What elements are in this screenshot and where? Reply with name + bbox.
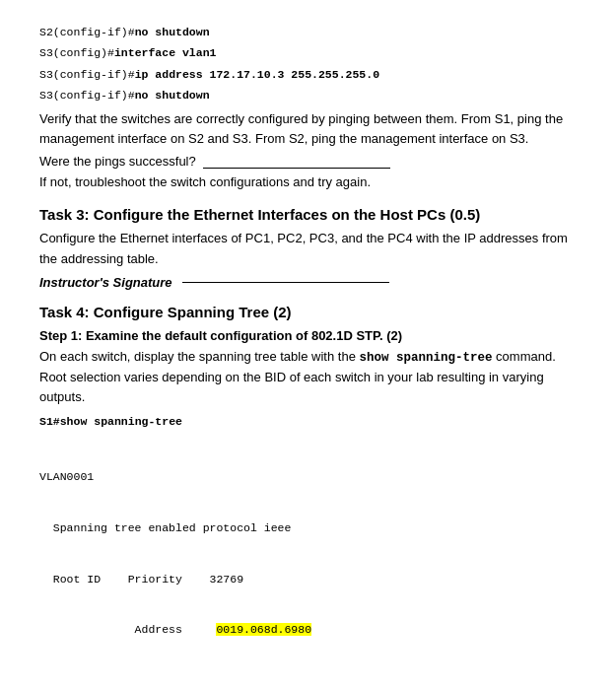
root-addr-line: Address 0019.068d.6980 (39, 621, 577, 638)
blank-line (39, 672, 577, 689)
code-line-4: S3(config-if)#no shutdown (39, 87, 577, 104)
code-line-3: S3(config-if)#ip address 172.17.10.3 255… (39, 66, 577, 83)
s1-command-line: S1#show spanning-tree (39, 413, 577, 430)
vlan-label: VLAN0001 (39, 468, 577, 485)
task3-section: Task 3: Configure the Ethernet Interface… (39, 206, 577, 289)
top-code-block: S2(config-if)#no shutdown S3(config)#int… (39, 24, 577, 104)
step1-title: Step 1: Examine the default configuratio… (39, 328, 577, 343)
pings-line: Were the pings successful? (39, 153, 577, 169)
code-prompt: S3(config-if)# (39, 89, 135, 102)
pings-label: Were the pings successful? (39, 154, 196, 169)
code-line-1: S2(config-if)#no shutdown (39, 24, 577, 40)
page: S2(config-if)#no shutdown S3(config)#int… (0, 0, 616, 690)
stp-line1: Spanning tree enabled protocol ieee (39, 519, 577, 536)
root-id-line: Root ID Priority 32769 (39, 571, 577, 587)
task4-title: Task 4: Configure Spanning Tree (2) (39, 304, 577, 320)
code-cmd: interface vlan1 (114, 46, 217, 59)
root-addr-label: Address (39, 623, 216, 636)
task3-title: Task 3: Configure the Ethernet Interface… (39, 206, 577, 223)
code-cmd: ip address 172.17.10.3 255.255.255.0 (135, 68, 379, 81)
signature-underline (182, 282, 389, 283)
code-line-2: S3(config)#interface vlan1 (39, 44, 577, 61)
spanning-tree-output: VLAN0001 Spanning tree enabled protocol … (39, 435, 577, 690)
task4-section: Task 4: Configure Spanning Tree (2) Step… (39, 304, 577, 690)
task3-body: Configure the Ethernet interfaces of PC1… (39, 229, 577, 268)
verify-text: Verify that the switches are correctly c… (39, 109, 577, 149)
step1-cmd: show spanning-tree (359, 351, 492, 365)
pings-underline (203, 153, 390, 169)
step1-body: On each switch, display the spanning tre… (39, 347, 577, 408)
step1-body-pre: On each switch, display the spanning tre… (39, 349, 359, 364)
code-prompt: S3(config)# (39, 46, 114, 59)
troubleshoot-text: If not, troubleshoot the switch configur… (39, 172, 577, 192)
code-prompt: S3(config-if)# (39, 68, 135, 81)
code-prompt: S2(config-if)# (39, 26, 135, 38)
code-cmd: no shutdown (135, 26, 210, 38)
s1-prompt: S1#show spanning-tree (39, 415, 182, 428)
root-addr-value: 0019.068d.6980 (216, 623, 311, 636)
signature-line: Instructor's Signature (39, 275, 577, 290)
signature-label: Instructor's Signature (39, 275, 172, 290)
code-cmd: no shutdown (135, 89, 210, 102)
